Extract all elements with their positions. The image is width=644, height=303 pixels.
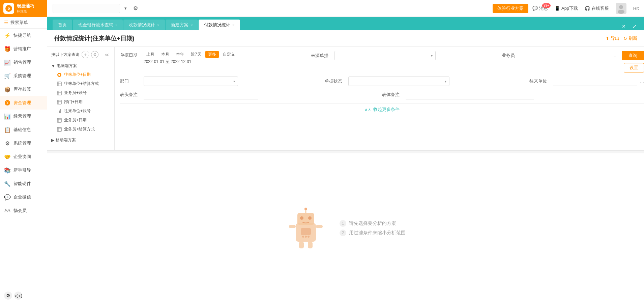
filter-row-2: 部门 ▾ 单据状态 ▾ 往来单位	[120, 77, 644, 86]
sidebar-item-jichu[interactable]: 📋 基础信息	[0, 123, 47, 137]
sidebar-item-yingxiao[interactable]: 🎁 营销推广	[0, 42, 47, 56]
topbar-msg[interactable]: 💬 消息 99+	[532, 5, 548, 11]
sidebar-item-xinshou[interactable]: 📚 新手引导	[0, 163, 47, 177]
tab-newplan[interactable]: 新建方案 ×	[166, 20, 198, 30]
scheme-group-header-mobile[interactable]: ▶ 移动端方案	[51, 136, 110, 144]
topbar-service[interactable]: 🎧 在线客服	[585, 5, 609, 11]
scheme-group-header-desktop[interactable]: ▼ 电脑端方案	[51, 62, 110, 70]
tab-payment-close[interactable]: ×	[232, 23, 234, 27]
empty-state: 1 请先选择要分析的方案 2 用过滤条件来缩小分析范围	[47, 153, 644, 303]
page-content: 付款情况统计(往来单位+日期) ⬆ 导出 ↻ 刷新 按以下方案查询 + ⚙	[47, 30, 644, 303]
handshake-icon: 🤝	[4, 153, 11, 160]
sidebar-logo: 6 畅捷通巧 标准版	[0, 0, 47, 17]
sidebar-label-xinshou: 新手引导	[13, 167, 31, 173]
svg-rect-35	[308, 242, 313, 248]
tab-newplan-close[interactable]: ×	[191, 23, 193, 27]
sidebar-item-jingying[interactable]: 📊 经营管理	[0, 110, 47, 123]
refresh-btn[interactable]: ↻ 刷新	[623, 35, 637, 41]
date-option-more[interactable]: 更多	[205, 51, 219, 58]
topbar-search-area: ▾ ⚙	[53, 4, 489, 13]
export-label: 导出	[611, 35, 619, 41]
expand-tab-icon[interactable]: ⤢	[631, 22, 639, 30]
scheme-add-btn[interactable]: +	[82, 51, 89, 58]
sidebar-item-xiaoshou[interactable]: 📈 销售管理	[0, 56, 47, 69]
scheme-item-3[interactable]: 业务员+账号	[51, 88, 110, 97]
scheme-group-label-mobile: 移动端方案	[56, 137, 76, 143]
tab-home-label: 首页	[58, 22, 67, 28]
date-option-this-year[interactable]: 本年	[173, 51, 187, 58]
svg-point-28	[300, 216, 303, 220]
tab-payment[interactable]: 付款情况统计 ×	[199, 20, 240, 30]
tab-cashflow[interactable]: 现金银行流水查询 ×	[73, 20, 123, 30]
tab-cashflow-close[interactable]: ×	[115, 23, 117, 27]
tab-bar: 首页 现金银行流水查询 × 收款情况统计 × 新建方案 × 付款情况统计 × ✕…	[47, 17, 644, 30]
query-btn[interactable]: 查询	[622, 51, 644, 60]
partner-input-area[interactable]	[553, 77, 637, 86]
close-tab-icon[interactable]: ✕	[620, 22, 628, 30]
collapse-sidebar-icon[interactable]: ◁◁	[14, 292, 22, 300]
filter-source-cell: 来源单据 ▾	[311, 51, 502, 60]
trial-btn[interactable]: 体验行业方案	[493, 4, 528, 13]
date-option-last-month[interactable]: 上月	[144, 51, 157, 58]
tab-newplan-label: 新建方案	[171, 22, 188, 28]
sidebar-item-weixin[interactable]: 💬 企业微信	[0, 190, 47, 204]
dept-select[interactable]: ▾	[144, 77, 238, 86]
settings-small-btn[interactable]: 设置	[624, 63, 644, 72]
status-select[interactable]: ▾	[348, 77, 449, 86]
sidebar-item-chang[interactable]: 畅会员	[0, 204, 47, 217]
sidebar-item-kucun[interactable]: 📦 库存核算	[0, 83, 47, 96]
header-note-input[interactable]	[144, 90, 258, 99]
svg-point-39	[308, 236, 310, 238]
sidebar-item-zijin[interactable]: ¥ 资金管理	[0, 96, 47, 110]
sidebar-item-caigou[interactable]: 🛒 采购管理	[0, 69, 47, 83]
scheme-item-4[interactable]: 部门+日期	[51, 97, 110, 107]
header-note-label: 表头备注	[120, 92, 144, 98]
svg-point-29	[308, 216, 312, 220]
date-option-this-month[interactable]: 本月	[158, 51, 172, 58]
tab-home[interactable]: 首页	[53, 20, 72, 30]
scheme-collapse-icon[interactable]: ≪	[104, 51, 110, 58]
bar-chart-icon: 📊	[4, 113, 11, 120]
scheme-settings-btn[interactable]: ⚙	[91, 51, 98, 58]
tab-receivable-close[interactable]: ×	[157, 23, 159, 27]
body-note-input[interactable]	[406, 90, 534, 99]
topbar-settings-icon[interactable]: ⚙	[131, 4, 140, 13]
topbar-search-input[interactable]	[53, 4, 120, 13]
scheme-item-icon-4	[57, 99, 62, 105]
tab-receivable[interactable]: 收款情况统计 ×	[123, 20, 165, 30]
topbar-dropdown-btn[interactable]: ▾	[121, 4, 129, 12]
sidebar-item-kuaijie[interactable]: ⚡ 快捷导航	[0, 29, 47, 42]
scheme-item-1[interactable]: 往来单位+日期	[51, 70, 110, 79]
source-select[interactable]: ▾	[334, 51, 436, 60]
topbar-app[interactable]: 📱 App下载	[555, 5, 578, 11]
topbar-avatar[interactable]	[616, 3, 626, 14]
scheme-item-6[interactable]: 业务员+日期	[51, 116, 110, 125]
salesperson-input-area[interactable]	[525, 51, 610, 60]
salesperson-more-dots[interactable]: ...	[612, 53, 616, 58]
scheme-item-7[interactable]: 业务员+结算方式	[51, 125, 110, 134]
sidebar-label-xiaoshou: 销售管理	[13, 59, 31, 65]
svg-text:6: 6	[8, 6, 10, 11]
sidebar-item-qiye[interactable]: 🤝 企业协同	[0, 150, 47, 163]
scheme-sidebar: 按以下方案查询 + ⚙ ≪ ▼ 电脑端方案 往来单位+日期	[47, 47, 115, 150]
topbar-username[interactable]: Rit	[633, 6, 639, 11]
settings-footer-icon[interactable]: ⚙	[4, 292, 12, 300]
scheme-item-icon-1	[57, 72, 62, 78]
topbar-service-label: 在线客服	[591, 5, 609, 11]
sidebar-label-jingying: 经营管理	[13, 113, 31, 119]
scheme-item-2[interactable]: 往来单位+结算方式	[51, 79, 110, 88]
export-btn[interactable]: ⬆ 导出	[606, 35, 619, 41]
empty-robot-illustration	[286, 208, 326, 248]
scheme-group-arrow-mobile: ▶	[51, 138, 54, 143]
sidebar-item-xitong[interactable]: ⚙ 系统管理	[0, 137, 47, 150]
sidebar-item-zhineng[interactable]: 🔧 智能硬件	[0, 177, 47, 190]
partner-more-dots[interactable]: ...	[640, 79, 644, 84]
collapse-conditions-btn[interactable]: ∧∧ 收起更多条件	[120, 103, 644, 115]
date-option-custom[interactable]: 自定义	[220, 51, 238, 58]
search-menu-item[interactable]: ☰ 搜索菜单	[0, 17, 47, 29]
scheme-item-5[interactable]: 往来单位+账号	[51, 107, 110, 116]
sidebar-label-caigou: 采购管理	[13, 73, 31, 79]
svg-rect-8	[57, 82, 61, 86]
gift-icon: 🎁	[4, 46, 11, 52]
date-option-7days[interactable]: 近7天	[188, 51, 204, 58]
